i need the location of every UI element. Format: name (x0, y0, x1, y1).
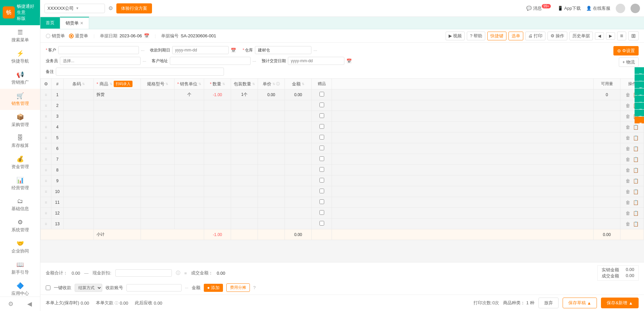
settle-method-select[interactable]: 结算方式 (75, 284, 102, 292)
row-barcode[interactable] (64, 89, 94, 100)
row-product[interactable] (94, 219, 141, 229)
delete-icon[interactable]: 🗑 (626, 157, 630, 162)
row-spec[interactable] (141, 208, 175, 219)
row-drag[interactable]: ≡ (41, 122, 51, 132)
row-qty[interactable] (204, 165, 231, 176)
row-spec[interactable] (141, 89, 175, 100)
row-amount[interactable] (285, 111, 312, 122)
sale-order-radio[interactable]: 销货单 (46, 33, 65, 39)
row-qty[interactable] (204, 154, 231, 165)
expected-date-input[interactable] (288, 57, 344, 65)
row-pkgqty[interactable] (231, 208, 258, 219)
row-unit[interactable] (175, 186, 204, 197)
scan-btn[interactable]: 扫码录入 (114, 81, 132, 87)
row-pkgqty[interactable] (231, 143, 258, 154)
operations-btn[interactable]: ⚙ 操作 (547, 32, 567, 40)
row-price[interactable] (258, 154, 285, 165)
trial-button[interactable]: 体验行业方案 (116, 3, 152, 13)
tab-close-icon[interactable]: ✕ (80, 21, 83, 26)
row-barcode[interactable] (64, 219, 94, 229)
row-qty[interactable] (204, 176, 231, 186)
row-price[interactable] (258, 143, 285, 154)
row-product[interactable] (94, 122, 141, 132)
row-unit[interactable] (175, 219, 204, 229)
notes-input[interactable] (56, 68, 224, 76)
row-drag[interactable]: ≡ (41, 111, 51, 122)
address-dots[interactable]: ··· (253, 59, 256, 64)
customer-dots[interactable]: ··· (141, 48, 145, 53)
row-gift[interactable] (312, 197, 332, 208)
row-spec[interactable] (141, 165, 175, 176)
row-qty[interactable] (204, 219, 231, 229)
expense-btn[interactable]: 费用分摊 (226, 283, 250, 292)
row-price[interactable]: 0.00 (258, 89, 285, 100)
row-product[interactable] (94, 165, 141, 176)
row-gift[interactable] (312, 111, 332, 122)
row-pkgqty[interactable] (231, 176, 258, 186)
print-btn[interactable]: 🖨 打印 (525, 32, 545, 40)
copy-icon[interactable]: 📋 (633, 178, 639, 184)
delete-icon[interactable]: 🗑 (626, 103, 630, 108)
row-unit[interactable] (175, 176, 204, 186)
message-item[interactable]: 💬 消息 99+ (526, 5, 552, 11)
account-input[interactable] (126, 284, 182, 291)
avatar2[interactable] (631, 4, 640, 13)
row-gift[interactable] (312, 208, 332, 219)
row-unit[interactable] (175, 143, 204, 154)
row-unit[interactable] (175, 132, 204, 143)
row-gift[interactable] (312, 176, 332, 186)
row-barcode[interactable] (64, 197, 94, 208)
row-unit[interactable] (175, 154, 204, 165)
row-unit[interactable] (175, 197, 204, 208)
delete-icon[interactable]: 🗑 (626, 146, 630, 151)
row-barcode[interactable] (64, 208, 94, 219)
sidebar-item-企业协同[interactable]: 🤝企业协同 (0, 236, 40, 258)
row-pkgqty[interactable] (231, 197, 258, 208)
row-unit[interactable] (175, 100, 204, 111)
row-qty[interactable] (204, 208, 231, 219)
row-amount[interactable] (285, 176, 312, 186)
grid-view-btn[interactable]: ⊞ (628, 31, 639, 40)
copy-icon[interactable]: 📋 (633, 135, 639, 141)
row-price[interactable] (258, 186, 285, 197)
row-product[interactable] (94, 186, 141, 197)
row-drag[interactable]: ≡ (41, 143, 51, 154)
salesperson-dots[interactable]: ··· (143, 59, 146, 64)
rfloat-btn-2[interactable]: 价格历史 (635, 81, 644, 88)
row-pkgqty[interactable] (231, 154, 258, 165)
row-qty[interactable]: -1.00 (204, 89, 231, 100)
row-price[interactable] (258, 208, 285, 219)
row-barcode[interactable] (64, 122, 94, 132)
row-barcode[interactable] (64, 143, 94, 154)
history-btn[interactable]: 历史单据 (569, 32, 593, 40)
copy-icon[interactable]: 📋 (633, 167, 639, 173)
warehouse-input[interactable] (255, 46, 311, 54)
return-order-radio[interactable]: 退货单 (69, 33, 88, 39)
row-amount[interactable] (285, 208, 312, 219)
row-amount[interactable] (285, 143, 312, 154)
settings-btn[interactable]: ⚙ ⚙设置 (613, 46, 639, 55)
row-qty[interactable] (204, 111, 231, 122)
row-drag[interactable]: ≡ (41, 219, 51, 229)
sidebar-item-库存核算[interactable]: 🗄库存核算 (0, 131, 40, 152)
add-button[interactable]: ● 添加 (204, 284, 223, 292)
row-price[interactable] (258, 111, 285, 122)
row-drag[interactable]: ≡ (41, 154, 51, 165)
tab-home[interactable]: 首页 (40, 17, 60, 29)
rfloat-btn-3[interactable]: 客户余额 (635, 88, 644, 95)
row-spec[interactable] (141, 219, 175, 229)
row-price[interactable] (258, 100, 285, 111)
logistics-btn[interactable]: + 物流 (619, 57, 639, 67)
row-gift[interactable] (312, 186, 332, 197)
row-drag[interactable]: ≡ (41, 208, 51, 219)
sidebar-item-新手引导[interactable]: 📖新手引导 (0, 258, 40, 279)
row-spec[interactable] (141, 100, 175, 111)
sidebar-settings-icon[interactable]: ⚙ (8, 300, 13, 308)
row-qty[interactable] (204, 143, 231, 154)
row-drag[interactable]: ≡ (41, 197, 51, 208)
row-amount[interactable] (285, 165, 312, 176)
rfloat-btn-5[interactable]: 记事本 (635, 103, 644, 109)
copy-icon[interactable]: 📋 (633, 146, 639, 151)
row-spec[interactable] (141, 186, 175, 197)
row-pkgqty[interactable] (231, 111, 258, 122)
